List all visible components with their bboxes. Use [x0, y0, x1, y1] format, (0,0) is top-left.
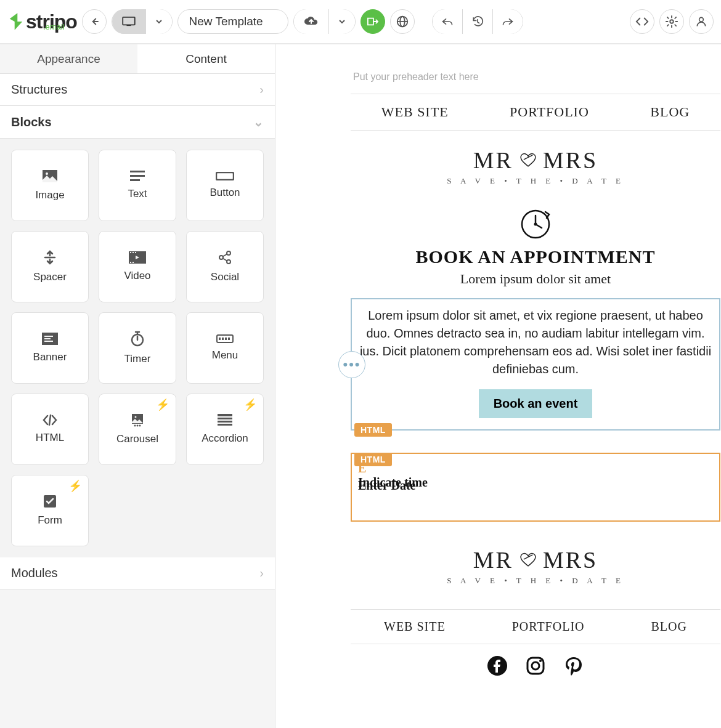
email-nav-footer: WEB SITE PORTFOLIO BLOG: [351, 609, 720, 644]
redo-button[interactable]: [493, 9, 523, 34]
nav-portfolio[interactable]: PORTFOLIO: [510, 104, 589, 120]
svg-rect-28: [219, 338, 221, 340]
preview-web-button[interactable]: [390, 9, 415, 34]
svg-rect-38: [218, 418, 232, 419]
block-image[interactable]: Image: [11, 150, 89, 221]
tab-appearance[interactable]: Appearance: [0, 44, 137, 73]
nav-blog[interactable]: BLOG: [650, 104, 690, 120]
blocks-grid: Image Text Button Spacer Video Social Ba…: [0, 139, 275, 557]
block-accordion[interactable]: ⚡Accordion: [186, 394, 264, 465]
block-label: Accordion: [202, 432, 248, 445]
canvas[interactable]: Put your preheader text here WEB SITE PO…: [275, 44, 721, 728]
social-icon: [218, 250, 232, 265]
undo-button[interactable]: [433, 9, 463, 34]
svg-point-36: [139, 425, 141, 427]
accordion-modules[interactable]: Modules ›: [0, 557, 275, 589]
preheader-placeholder: Put your preheader text here: [353, 71, 479, 82]
account-button[interactable]: [689, 9, 714, 34]
pinterest-icon[interactable]: [563, 655, 584, 676]
history-button[interactable]: [463, 9, 493, 34]
appointment-section: BOOK AN APPOINTMENT Lorem ipsum dolor si…: [351, 195, 720, 292]
svg-point-34: [134, 425, 136, 427]
svg-rect-9: [130, 175, 145, 177]
block-carousel[interactable]: ⚡Carousel: [99, 394, 176, 465]
chevron-down-icon: ⌄: [253, 115, 264, 129]
block-menu[interactable]: Menu: [186, 312, 264, 384]
clock-icon: [518, 206, 553, 240]
sidebar-tabs: Appearance Content: [0, 44, 275, 74]
save-split-button: [293, 9, 356, 34]
nav-blog-footer[interactable]: BLOG: [651, 620, 687, 634]
logo: stripo .email: [7, 10, 65, 33]
chevron-right-icon: ›: [259, 83, 264, 97]
svg-rect-14: [130, 252, 131, 253]
bolt-icon: ⚡: [68, 479, 82, 493]
button-icon: [216, 172, 234, 180]
svg-rect-0: [123, 17, 135, 25]
chevron-right-icon: ›: [259, 566, 264, 580]
appointment-subheadline: Lorem ipsum dolor sit amet: [351, 271, 720, 287]
svg-rect-13: [129, 251, 146, 254]
code-button[interactable]: [630, 9, 654, 34]
block-label: Timer: [124, 353, 151, 365]
text-icon: [130, 171, 145, 182]
block-text[interactable]: Text: [99, 150, 176, 221]
menu-icon: [216, 334, 234, 343]
block-form[interactable]: ⚡Form: [11, 475, 89, 546]
bolt-icon: ⚡: [156, 398, 169, 411]
block-html[interactable]: HTML: [11, 394, 89, 465]
brand-left: MR: [473, 147, 513, 174]
svg-rect-31: [228, 338, 230, 340]
block-banner[interactable]: Banner: [11, 312, 89, 384]
save-dropdown-button[interactable]: [329, 9, 355, 34]
carousel-icon: [129, 413, 145, 427]
export-button[interactable]: [360, 9, 385, 34]
svg-rect-15: [132, 252, 134, 253]
svg-rect-40: [218, 424, 232, 426]
sidebar: Appearance Content Structures › Blocks ⌄…: [0, 44, 275, 728]
top-toolbar: stripo .email New Template: [0, 0, 721, 44]
accordion-blocks[interactable]: Blocks ⌄: [0, 106, 275, 139]
block-timer[interactable]: Timer: [99, 312, 176, 384]
svg-rect-11: [216, 172, 234, 180]
heart-icon: [517, 152, 539, 169]
settings-button[interactable]: [659, 9, 684, 34]
brand-left: MR: [473, 546, 513, 573]
cloud-save-button[interactable]: [294, 9, 329, 34]
block-social[interactable]: Social: [186, 231, 264, 302]
svg-rect-10: [130, 179, 140, 181]
block-video[interactable]: Video: [99, 231, 176, 302]
accordion-blocks-label: Blocks: [11, 115, 52, 129]
selected-html-block[interactable]: ••• Lorem ipsum dolor sit amet, et vix r…: [351, 298, 720, 431]
bolt-icon: ⚡: [243, 398, 257, 411]
block-more-button[interactable]: •••: [338, 351, 365, 378]
form-html-block[interactable]: HTML Enter Date Enter Date Indicate time: [351, 453, 720, 522]
template-name-button[interactable]: New Template: [177, 9, 288, 34]
nav-website[interactable]: WEB SITE: [381, 104, 449, 120]
svg-point-33: [135, 416, 137, 418]
accordion-structures[interactable]: Structures ›: [0, 74, 275, 106]
nav-website-footer[interactable]: WEB SITE: [384, 620, 446, 634]
svg-point-47: [539, 660, 542, 662]
book-event-button[interactable]: Book an event: [479, 389, 593, 418]
facebook-icon[interactable]: [487, 655, 508, 676]
tab-content[interactable]: Content: [137, 44, 275, 73]
block-button[interactable]: Button: [186, 150, 264, 221]
video-icon: [129, 251, 146, 264]
back-button[interactable]: [82, 9, 107, 34]
nav-portfolio-footer[interactable]: PORTFOLIO: [512, 620, 585, 634]
brand-footer: MR MRS S A V E • T H E • D A T E: [351, 522, 720, 594]
block-spacer[interactable]: Spacer: [11, 231, 89, 302]
email-template: Put your preheader text here WEB SITE PO…: [351, 68, 720, 687]
preheader-field[interactable]: Put your preheader text here: [351, 68, 720, 94]
block-label: Button: [210, 187, 240, 199]
instagram-icon[interactable]: [525, 655, 546, 676]
brand-right: MRS: [543, 147, 598, 174]
svg-rect-29: [222, 338, 224, 340]
view-mode-dropdown-button[interactable]: [146, 9, 172, 34]
heart-icon: [517, 551, 539, 568]
svg-rect-30: [225, 338, 227, 340]
brand-header: MR MRS S A V E • T H E • D A T E: [351, 131, 720, 195]
desktop-view-button[interactable]: [112, 9, 146, 34]
block-label: Form: [38, 514, 62, 527]
